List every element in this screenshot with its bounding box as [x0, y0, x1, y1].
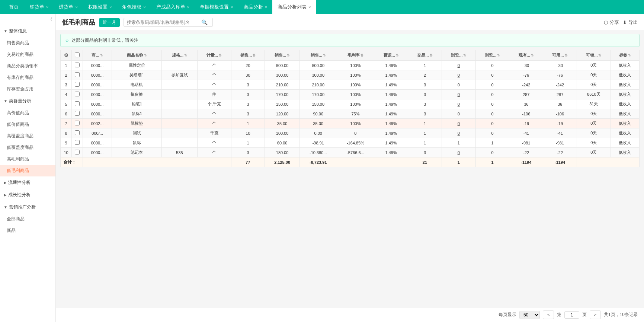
- th-current-stock[interactable]: 现有...⇅: [509, 50, 543, 61]
- row-checkbox[interactable]: [72, 128, 83, 138]
- sidebar-section-marketing-analysis[interactable]: ▼ 营销推广分析: [0, 201, 55, 213]
- row-checkbox[interactable]: [72, 148, 83, 157]
- row-checkbox[interactable]: [72, 99, 83, 109]
- trade-count: 1: [408, 138, 442, 148]
- view1: 0: [442, 61, 475, 70]
- th-view1[interactable]: 浏览...⇅: [442, 50, 475, 61]
- sidebar-section-circulation-analysis[interactable]: ▶ 流通性分析: [0, 176, 55, 189]
- row-checkbox[interactable]: [72, 109, 83, 119]
- product-tag: 低收入: [611, 99, 639, 109]
- nav-home[interactable]: 首页: [3, 0, 25, 14]
- close-icon[interactable]: ×: [265, 5, 267, 9]
- next-page-button[interactable]: ＞: [590, 310, 601, 319]
- nav-purchase-order[interactable]: 进货单 ×: [54, 0, 83, 14]
- th-sellable-days[interactable]: 可销...⇅: [577, 50, 611, 61]
- sidebar-item-low-margin[interactable]: 低毛利商品: [0, 165, 55, 176]
- th-available-stock[interactable]: 可用...⇅: [543, 50, 577, 61]
- th-sales-profit[interactable]: 销售...⇅: [299, 50, 337, 61]
- nav-permission-settings[interactable]: 权限设置 ×: [83, 0, 117, 14]
- header-actions: ⬡ 分享 ⬇ 导出: [604, 19, 638, 26]
- th-sales-amount[interactable]: 销售...⇅: [265, 50, 300, 61]
- row-checkbox[interactable]: [72, 90, 83, 99]
- product-unit: 个: [197, 80, 231, 90]
- product-name: 鼠标1: [112, 109, 162, 119]
- nav-product-analysis[interactable]: 商品分析 ×: [238, 0, 272, 14]
- date-filter-button[interactable]: 近一月: [99, 18, 120, 27]
- expand-arrow-icon: ▶: [4, 193, 7, 197]
- sidebar-item-high-coverage[interactable]: 高覆盖度商品: [0, 130, 55, 142]
- page-size-select[interactable]: 50 100 200: [519, 311, 540, 319]
- sidebar-item-high-margin[interactable]: 高毛利商品: [0, 153, 55, 165]
- th-settings[interactable]: ⚙: [61, 50, 72, 61]
- close-icon[interactable]: ×: [231, 5, 233, 9]
- close-icon[interactable]: ×: [46, 5, 48, 9]
- sidebar-item-in-stock-products[interactable]: 有库存的商品: [0, 72, 55, 83]
- current-stock: 287: [509, 90, 543, 99]
- sales-amount: 100.00: [265, 128, 300, 138]
- th-gross-margin[interactable]: 毛利率⇅: [337, 50, 374, 61]
- export-button[interactable]: ⬇ 导出: [623, 19, 638, 26]
- gross-margin: 100%: [337, 119, 374, 128]
- prev-page-button[interactable]: ＜: [543, 310, 554, 319]
- nav-product-inbound[interactable]: 产成品入库单 ×: [151, 0, 195, 14]
- search-input[interactable]: [127, 20, 201, 25]
- row-checkbox[interactable]: [72, 61, 83, 70]
- nav-product-analysis-list[interactable]: 商品分析列表 ×: [272, 0, 316, 14]
- th-coverage[interactable]: 覆盖...⇅: [374, 50, 408, 61]
- select-all-checkbox[interactable]: [75, 52, 80, 57]
- sales-qty: 3: [231, 148, 265, 157]
- nav-sales-order[interactable]: 销货单 ×: [25, 0, 54, 14]
- sidebar-item-high-value[interactable]: 高价值商品: [0, 107, 55, 119]
- sidebar-item-all-products[interactable]: 全部商品: [0, 213, 55, 225]
- close-icon[interactable]: ×: [75, 5, 77, 9]
- sidebar-item-category-sales-rate[interactable]: 商品分类助销率: [0, 60, 55, 72]
- close-icon[interactable]: ×: [187, 5, 189, 9]
- th-sales-qty[interactable]: 销售...⇅: [231, 50, 265, 61]
- th-spec[interactable]: 规格...⇅: [162, 50, 198, 61]
- sales-profit: 300.00: [299, 70, 337, 80]
- sidebar-section-growth-analysis[interactable]: ▶ 成长性分析: [0, 189, 55, 201]
- table-row: 8000/...测试千克10100.000.0001.49%100-41-410…: [61, 128, 640, 138]
- sellable-days: 0天: [577, 109, 611, 119]
- product-tag: 低收入: [611, 80, 639, 90]
- nav-role-auth[interactable]: 角色授权 ×: [117, 0, 151, 14]
- sidebar-item-traded-products[interactable]: 交易过的商品: [0, 49, 55, 60]
- sidebar-item-new-products[interactable]: 新品: [0, 225, 55, 236]
- sellable-days: 0天: [577, 138, 611, 148]
- th-checkbox[interactable]: [72, 50, 83, 61]
- gross-margin: -5766.6...: [337, 148, 374, 157]
- th-trade-count[interactable]: 交易...⇅: [408, 50, 442, 61]
- view2: 0: [475, 128, 509, 138]
- th-tag[interactable]: 标签⇅: [611, 50, 639, 61]
- sidebar-item-sales-products[interactable]: 销售类商品: [0, 37, 55, 49]
- total-row: 合计： 77 2,125.00 -8,723.91 21 1 1 -1194 -…: [61, 157, 640, 167]
- sidebar-section-group-analysis[interactable]: ▼ 类群量分析: [0, 95, 55, 107]
- sales-amount: 35.00: [265, 119, 300, 128]
- close-icon[interactable]: ×: [308, 5, 311, 9]
- nav-template-settings[interactable]: 单据模板设置 ×: [195, 0, 238, 14]
- share-icon: ⬡: [604, 20, 608, 25]
- coverage: 1.49%: [374, 61, 408, 70]
- product-name: 测试: [112, 128, 162, 138]
- search-icon[interactable]: 🔍: [201, 19, 208, 25]
- view2: 0: [475, 99, 509, 109]
- page-number-input[interactable]: [564, 311, 579, 319]
- close-icon[interactable]: ×: [109, 5, 112, 9]
- table-row: 40000...橡皮擦件3170.00170.00100%1.49%300287…: [61, 90, 640, 99]
- row-checkbox[interactable]: [72, 80, 83, 90]
- close-icon[interactable]: ×: [143, 5, 145, 9]
- th-product-name[interactable]: 商品名称⇅: [112, 50, 162, 61]
- th-product-code[interactable]: 商...⇅: [83, 50, 112, 61]
- sidebar-item-low-coverage[interactable]: 低覆盖度商品: [0, 142, 55, 153]
- sidebar-collapse-button[interactable]: 《: [0, 14, 55, 25]
- sidebar-item-stock-capital[interactable]: 库存资金占用: [0, 83, 55, 95]
- sales-amount: 120.00: [265, 109, 300, 119]
- th-view2[interactable]: 浏览...⇅: [475, 50, 509, 61]
- share-button[interactable]: ⬡ 分享: [604, 19, 619, 26]
- sidebar-section-overall-info[interactable]: ▼ 整体信息: [0, 25, 55, 37]
- th-unit[interactable]: 计量...⇅: [197, 50, 231, 61]
- sidebar-item-low-value[interactable]: 低价值商品: [0, 119, 55, 130]
- row-checkbox[interactable]: [72, 138, 83, 148]
- row-checkbox[interactable]: [72, 70, 83, 80]
- row-checkbox[interactable]: [72, 119, 83, 128]
